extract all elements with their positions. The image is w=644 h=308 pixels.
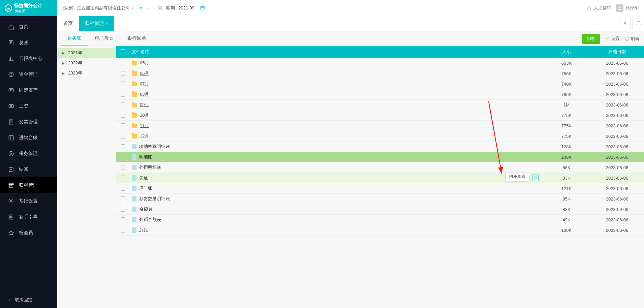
table-row[interactable]: 总账130K2023-06-06 bbox=[116, 225, 644, 236]
nav-item-asset[interactable]: 固定资产 bbox=[0, 82, 57, 98]
row-checkbox[interactable] bbox=[121, 165, 125, 170]
support-button[interactable]: 人工咨询 bbox=[586, 5, 611, 11]
row-checkbox[interactable] bbox=[121, 196, 125, 201]
view-pdf-icon[interactable] bbox=[532, 175, 539, 181]
sub-tab[interactable]: 电子发票 bbox=[88, 32, 121, 45]
cloud-icon: ☁ bbox=[5, 4, 12, 12]
archive-button[interactable]: 归档 bbox=[582, 34, 600, 44]
triangle-icon: ▶ bbox=[62, 71, 65, 75]
nav-item-home[interactable]: 首页 bbox=[0, 19, 57, 35]
nav-label: 归档管理 bbox=[19, 182, 38, 188]
file-name[interactable]: 09月 bbox=[140, 102, 149, 108]
row-checkbox[interactable] bbox=[121, 155, 125, 159]
file-name[interactable]: 07月 bbox=[140, 81, 149, 87]
table-row[interactable]: 11月775K2023-06-06 bbox=[116, 121, 644, 131]
refresh-button[interactable]: 刷新 bbox=[624, 36, 639, 42]
nav-item-ledger[interactable]: 总账 bbox=[0, 35, 57, 51]
row-checkbox[interactable] bbox=[121, 186, 125, 191]
topbar: (勿删）江西服宝精品有限责任公司（... ▾ 账期 2021-09 人工咨询 徐… bbox=[57, 0, 644, 16]
settings-label: 设置 bbox=[611, 36, 620, 42]
page-tab[interactable]: 首页 bbox=[57, 16, 79, 31]
table-row[interactable]: 12月775K2023-06-06 bbox=[116, 131, 644, 142]
file-size: 130K bbox=[543, 228, 590, 233]
page-tab[interactable]: 归档管理× bbox=[79, 16, 114, 31]
user-menu[interactable]: 徐泽华 bbox=[616, 4, 639, 12]
file-name[interactable]: 06月 bbox=[140, 70, 149, 76]
nav-item-tax[interactable]: 税务管理 bbox=[0, 146, 57, 161]
row-checkbox[interactable] bbox=[121, 144, 125, 149]
table-row[interactable]: 外币余额表49K2023-06-06 bbox=[116, 215, 644, 225]
table-row[interactable]: 余额表83K2023-06-06 bbox=[116, 204, 644, 215]
table-row[interactable]: 辅助核算明细账128K2023-06-06 bbox=[116, 142, 644, 152]
sidebar-unpin[interactable]: 取消固定 bbox=[0, 292, 57, 308]
row-checkbox[interactable] bbox=[121, 92, 125, 97]
file-name[interactable]: 10月 bbox=[140, 112, 149, 118]
nav-item-money[interactable]: 资金管理 bbox=[0, 66, 57, 82]
year-item[interactable]: ▶2023年 bbox=[57, 68, 116, 78]
settings-button[interactable]: 设置 bbox=[605, 36, 620, 42]
unpin-icon bbox=[8, 298, 13, 302]
file-name[interactable]: 12月 bbox=[140, 133, 149, 139]
nav-label: 首页 bbox=[19, 24, 28, 30]
file-name[interactable]: 05月 bbox=[140, 60, 149, 66]
year-item[interactable]: ▶2021年 bbox=[57, 48, 116, 58]
calendar-icon[interactable] bbox=[200, 5, 205, 11]
file-size: 603K bbox=[543, 61, 590, 66]
sub-tab[interactable]: 银行回单 bbox=[121, 32, 153, 45]
table-row[interactable]: 存货数量明细账85K2023-06-06 bbox=[116, 194, 644, 204]
nav-item-stock[interactable]: 进销台账 bbox=[0, 130, 57, 146]
sub-tab[interactable]: 财务账 bbox=[61, 32, 88, 45]
table-row[interactable]: 05月603K2023-06-06 bbox=[116, 58, 644, 68]
table-row[interactable]: 序时账121K2023-06-06 bbox=[116, 183, 644, 194]
row-checkbox[interactable] bbox=[121, 217, 125, 222]
add-company-button[interactable] bbox=[145, 5, 151, 11]
row-checkbox[interactable] bbox=[121, 134, 125, 138]
nav-item-chart[interactable]: 云报表中心 bbox=[0, 51, 57, 66]
company-settings-button[interactable] bbox=[157, 5, 163, 11]
row-checkbox[interactable] bbox=[121, 228, 125, 233]
row-checkbox[interactable] bbox=[121, 113, 125, 118]
table-row[interactable]: 10月775K2023-06-06 bbox=[116, 110, 644, 121]
nav-item-settings[interactable]: 基础设置 bbox=[0, 193, 57, 209]
company-selector[interactable]: (勿删）江西服宝精品有限责任公司（... ▾ bbox=[63, 5, 142, 11]
fullscreen-button[interactable]: ⛶ bbox=[633, 18, 644, 29]
row-checkbox[interactable] bbox=[121, 176, 125, 180]
nav-item-archive[interactable]: 归档管理 bbox=[0, 177, 57, 193]
table-row[interactable]: 09月1M2023-06-06 bbox=[116, 100, 644, 110]
select-all-checkbox[interactable] bbox=[121, 50, 125, 54]
table-row[interactable]: 外币明细账56K2023-06-06 bbox=[116, 162, 644, 173]
table-row[interactable]: 07月740K2023-06-06 bbox=[116, 79, 644, 89]
nav-item-salary[interactable]: 工资 bbox=[0, 98, 57, 114]
svg-point-11 bbox=[10, 200, 12, 202]
table-row[interactable]: 明细账230K2023-06-06 bbox=[116, 152, 644, 162]
svg-rect-15 bbox=[201, 6, 205, 10]
row-checkbox[interactable] bbox=[121, 123, 125, 128]
row-checkbox[interactable] bbox=[121, 71, 125, 76]
nav-item-guide[interactable]: 新手引导 bbox=[0, 209, 57, 225]
table-row[interactable]: 08月796K2023-06-06 bbox=[116, 89, 644, 100]
file-icon bbox=[132, 165, 136, 170]
row-checkbox[interactable] bbox=[121, 61, 125, 65]
file-size: 49K bbox=[543, 217, 590, 222]
year-item[interactable]: ▶2022年 bbox=[57, 58, 116, 68]
nav-item-member[interactable]: 畅会员 bbox=[0, 225, 57, 241]
nav-item-invoice[interactable]: 发票管理 bbox=[0, 114, 57, 130]
table-row[interactable]: 凭证33K2023-06-06 bbox=[116, 173, 644, 183]
table-row[interactable]: 06月756K2023-06-06 bbox=[116, 68, 644, 79]
support-label: 人工咨询 bbox=[594, 5, 611, 11]
period-value[interactable]: 2021-09 bbox=[178, 5, 194, 10]
file-date: 2023-06-06 bbox=[590, 123, 644, 128]
tab-label: 归档管理 bbox=[85, 21, 104, 27]
invoice-icon bbox=[8, 119, 14, 125]
file-icon bbox=[132, 227, 136, 233]
header-size: 大小 bbox=[543, 49, 590, 55]
close-tab-button[interactable]: ✕ bbox=[619, 18, 631, 29]
file-name[interactable]: 08月 bbox=[140, 91, 149, 97]
file-name[interactable]: 11月 bbox=[140, 123, 149, 129]
row-checkbox[interactable] bbox=[121, 82, 125, 86]
row-checkbox[interactable] bbox=[121, 102, 125, 107]
tab-close-icon[interactable]: × bbox=[106, 21, 108, 26]
row-checkbox[interactable] bbox=[121, 207, 125, 212]
file-size: 230K bbox=[543, 155, 590, 160]
nav-item-close[interactable]: 结账 bbox=[0, 161, 57, 177]
